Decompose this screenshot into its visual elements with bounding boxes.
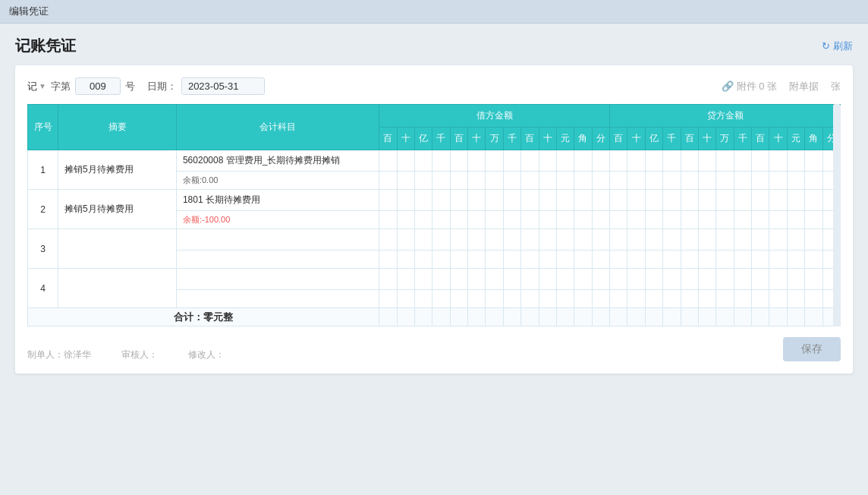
debit-cell[interactable] [521,150,539,172]
credit-cell[interactable] [734,269,751,290]
credit-cell[interactable] [698,269,715,290]
debit-cell[interactable] [379,269,397,290]
credit-cell[interactable] [698,150,715,172]
credit-cell[interactable] [663,150,681,172]
debit-cell[interactable] [414,229,432,251]
debit-cell[interactable] [521,229,539,251]
debit-cell[interactable] [486,229,503,251]
credit-cell[interactable] [787,269,804,290]
debit-cell[interactable] [379,150,397,172]
debit-cell[interactable] [450,190,467,211]
credit-cell[interactable] [734,229,751,251]
debit-cell[interactable] [414,190,432,211]
credit-cell[interactable] [752,150,769,172]
credit-cell[interactable] [752,190,769,211]
credit-cell[interactable] [627,190,645,211]
debit-cell[interactable] [592,150,609,172]
debit-cell[interactable] [450,150,467,172]
credit-cell[interactable] [769,150,787,172]
debit-cell[interactable] [432,229,450,251]
debit-cell[interactable] [397,190,414,211]
summary-cell[interactable] [58,269,177,308]
credit-cell[interactable] [805,229,822,251]
credit-cell[interactable] [769,269,787,290]
credit-cell[interactable] [610,190,627,211]
debit-cell[interactable] [539,150,556,172]
debit-cell[interactable] [468,269,486,290]
credit-cell[interactable] [610,229,627,251]
summary-cell[interactable]: 摊销5月待摊费用 [58,150,177,190]
credit-cell[interactable] [645,269,662,290]
debit-cell[interactable] [450,229,467,251]
debit-cell[interactable] [521,190,539,211]
seq-cell[interactable]: 2 [28,190,58,229]
debit-cell[interactable] [486,269,503,290]
credit-cell[interactable] [681,150,698,172]
debit-cell[interactable] [539,190,556,211]
debit-cell[interactable] [539,229,556,251]
credit-cell[interactable] [716,269,734,290]
credit-cell[interactable] [716,229,734,251]
debit-cell[interactable] [592,229,609,251]
credit-cell[interactable] [752,269,769,290]
credit-cell[interactable] [645,229,662,251]
scrollbar[interactable] [833,104,841,326]
debit-cell[interactable] [556,150,574,172]
summary-cell[interactable] [58,229,177,269]
credit-cell[interactable] [663,269,681,290]
credit-cell[interactable] [805,190,822,211]
seq-cell[interactable]: 4 [28,269,58,308]
credit-cell[interactable] [787,150,804,172]
debit-cell[interactable] [486,150,503,172]
debit-cell[interactable] [539,269,556,290]
debit-cell[interactable] [592,269,609,290]
credit-cell[interactable] [627,229,645,251]
credit-cell[interactable] [787,190,804,211]
debit-cell[interactable] [414,269,432,290]
debit-cell[interactable] [450,269,467,290]
save-button[interactable]: 保存 [783,337,841,361]
debit-cell[interactable] [432,150,450,172]
debit-cell[interactable] [379,190,397,211]
voucher-number-input[interactable] [75,77,121,95]
debit-cell[interactable] [574,150,592,172]
debit-cell[interactable] [574,190,592,211]
account-cell[interactable]: 56020008 管理费用_长期待摊费用摊销 [176,150,379,172]
credit-cell[interactable] [716,150,734,172]
credit-cell[interactable] [752,229,769,251]
debit-cell[interactable] [397,269,414,290]
debit-cell[interactable] [379,229,397,251]
credit-cell[interactable] [681,269,698,290]
debit-cell[interactable] [503,150,520,172]
debit-cell[interactable] [397,150,414,172]
debit-cell[interactable] [468,150,486,172]
credit-cell[interactable] [698,190,715,211]
credit-cell[interactable] [627,269,645,290]
credit-cell[interactable] [610,269,627,290]
credit-cell[interactable] [663,190,681,211]
debit-cell[interactable] [414,150,432,172]
credit-cell[interactable] [734,150,751,172]
credit-cell[interactable] [769,190,787,211]
credit-cell[interactable] [716,190,734,211]
credit-cell[interactable] [627,150,645,172]
debit-cell[interactable] [432,190,450,211]
credit-cell[interactable] [787,229,804,251]
debit-cell[interactable] [503,269,520,290]
account-cell[interactable] [176,269,379,290]
account-cell[interactable] [176,229,379,251]
credit-cell[interactable] [645,150,662,172]
credit-cell[interactable] [610,150,627,172]
debit-cell[interactable] [432,269,450,290]
credit-cell[interactable] [681,190,698,211]
slip-button[interactable]: 附单据 [789,80,819,93]
credit-cell[interactable] [645,190,662,211]
credit-cell[interactable] [663,229,681,251]
voucher-type-dropdown[interactable]: 记 ▼ [27,80,46,93]
date-input[interactable] [181,77,265,95]
debit-cell[interactable] [468,190,486,211]
debit-cell[interactable] [592,190,609,211]
refresh-button[interactable]: ↻ 刷新 [822,39,853,53]
credit-cell[interactable] [734,190,751,211]
credit-cell[interactable] [681,229,698,251]
